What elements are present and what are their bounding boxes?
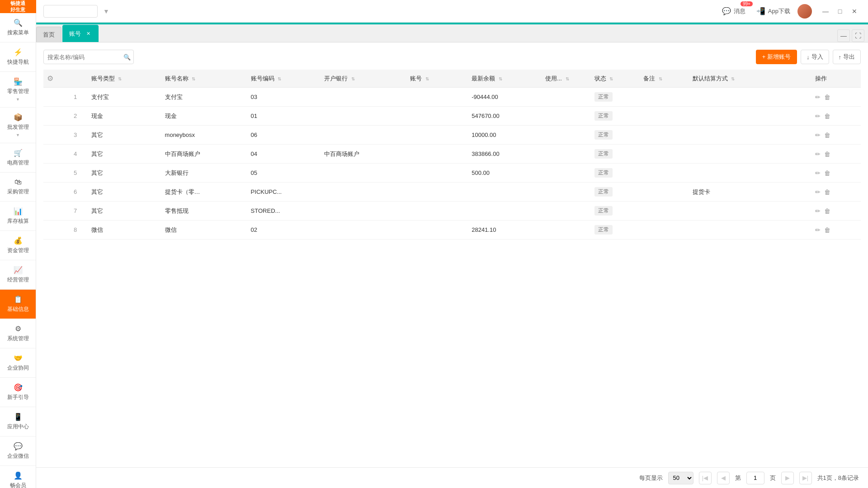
minimize-button[interactable]: — <box>819 5 832 18</box>
tab-account[interactable]: 账号 ✕ <box>62 25 99 42</box>
col-index <box>63 70 87 88</box>
delete-icon[interactable]: 🗑 <box>824 188 830 196</box>
delete-icon[interactable]: 🗑 <box>824 94 830 101</box>
cell-action: ✏ 🗑 <box>811 221 861 239</box>
sidebar-item-app-center[interactable]: 📱 应用中心 <box>0 407 36 436</box>
tab-close-icon[interactable]: ✕ <box>85 30 92 38</box>
col-balance[interactable]: 最新余额 ⇅ <box>468 70 542 88</box>
sidebar-item-system[interactable]: ⚙ 系统管理 <box>0 319 36 348</box>
col-bank[interactable]: 开户银行 ⇅ <box>321 70 406 88</box>
add-account-button[interactable]: + 新增账号 <box>756 50 797 64</box>
cell-status: 正常 <box>591 107 640 126</box>
sidebar-item-label: 经营管理 <box>7 276 29 284</box>
sidebar-item-member[interactable]: 👤 畅会员 <box>0 466 36 488</box>
sidebar-item-inventory[interactable]: 📊 库存核算 <box>0 202 36 231</box>
col-name[interactable]: 账号名称 ⇅ <box>161 70 247 88</box>
status-badge: 正常 <box>594 168 613 178</box>
sidebar-item-purchase[interactable]: 🛍 采购管理 <box>0 173 36 202</box>
sidebar-item-finance[interactable]: 💰 资金管理 <box>0 231 36 260</box>
cell-index: 2 <box>63 107 87 126</box>
tab-restore-button[interactable]: — <box>837 29 850 42</box>
delete-icon[interactable]: 🗑 <box>824 150 830 158</box>
delete-icon[interactable]: 🗑 <box>824 207 830 215</box>
next-page-button[interactable]: ▶ <box>781 472 794 484</box>
sidebar-item-ecommerce[interactable]: 🛒 电商管理 <box>0 143 36 173</box>
wholesale-icon: 📦 <box>14 113 23 122</box>
close-window-button[interactable]: ✕ <box>848 5 861 18</box>
sidebar-item-enterprise-agreement[interactable]: 🤝 企业协同 <box>0 348 36 378</box>
cell-name: 支付宝 <box>161 88 247 107</box>
delete-icon[interactable]: 🗑 <box>824 131 830 139</box>
export-button[interactable]: ↑ 导出 <box>833 50 861 64</box>
maximize-button[interactable]: □ <box>834 5 846 18</box>
cell-action: ✏ 🗑 <box>811 145 861 164</box>
col-status[interactable]: 状态 ⇅ <box>591 70 640 88</box>
sidebar-item-basic-info[interactable]: 📋 基础信息 <box>0 290 36 319</box>
table-row: 6 其它 提货卡（零… PICKUPC... 正常 提货卡 ✏ 🗑 <box>43 183 861 202</box>
tab-fullscreen-button[interactable]: ⛶ <box>852 29 864 42</box>
column-settings-icon[interactable]: ⚙ <box>47 75 53 82</box>
edit-icon[interactable]: ✏ <box>815 226 821 234</box>
page-number-input[interactable] <box>746 472 764 484</box>
delete-icon[interactable]: 🗑 <box>824 226 830 234</box>
cell-usage <box>542 202 591 221</box>
edit-icon[interactable]: ✏ <box>815 169 821 177</box>
import-button[interactable]: ↓ 导入 <box>801 50 829 64</box>
user-avatar[interactable] <box>797 4 812 19</box>
enterprise-agreement-icon: 🤝 <box>14 354 23 362</box>
top-search-input[interactable] <box>43 5 98 18</box>
col-account[interactable]: 账号 ⇅ <box>406 70 468 88</box>
retail-icon: 🏪 <box>14 77 23 86</box>
cell-name: 提货卡（零… <box>161 183 247 202</box>
sidebar-item-label: 新手引导 <box>7 394 29 401</box>
first-page-button[interactable]: |◀ <box>699 472 712 484</box>
col-usage[interactable]: 使用... ⇅ <box>542 70 591 88</box>
edit-icon[interactable]: ✏ <box>815 150 821 158</box>
tabbar: 首页 账号 ✕ — ⛶ <box>36 24 868 42</box>
cell-code: 03 <box>247 88 321 107</box>
tab-home[interactable]: 首页 <box>36 27 61 42</box>
sidebar-item-ops[interactable]: 📈 经营管理 <box>0 260 36 290</box>
cell-name: 微信 <box>161 221 247 239</box>
sidebar-item-enterprise-wechat[interactable]: 💬 企业微信 <box>0 436 36 466</box>
cell-default-settlement <box>689 202 811 221</box>
cell-usage <box>542 183 591 202</box>
ops-icon: 📈 <box>14 266 23 274</box>
cell-account <box>406 183 468 202</box>
edit-icon[interactable]: ✏ <box>815 207 821 215</box>
sidebar-item-retail[interactable]: 🏪 零售管理 ▼ <box>0 72 36 108</box>
edit-icon[interactable]: ✏ <box>815 131 821 139</box>
sort-type-icon: ⇅ <box>118 76 122 81</box>
sidebar-item-guide[interactable]: 🎯 新手引导 <box>0 378 36 407</box>
last-page-button[interactable]: ▶| <box>799 472 812 484</box>
page-size-select[interactable]: 20 50 100 <box>668 472 693 484</box>
sidebar-item-search-menu[interactable]: 🔍 搜索菜单 <box>0 13 36 42</box>
sidebar-item-label: 批发管理 <box>7 123 29 131</box>
content-toolbar: 🔍 + 新增账号 ↓ 导入 ↑ 导出 <box>43 50 861 64</box>
finance-icon: 💰 <box>14 236 23 245</box>
search-icon[interactable]: 🔍 <box>123 54 131 61</box>
account-search-input[interactable] <box>47 54 123 61</box>
tab-home-label: 首页 <box>43 31 55 39</box>
col-remark[interactable]: 备注 ⇅ <box>640 70 689 88</box>
cell-status: 正常 <box>591 221 640 239</box>
edit-icon[interactable]: ✏ <box>815 188 821 196</box>
col-code[interactable]: 账号编码 ⇅ <box>247 70 321 88</box>
delete-icon[interactable]: 🗑 <box>824 169 830 177</box>
col-type[interactable]: 账号类型 ⇅ <box>88 70 161 88</box>
sidebar-item-wholesale[interactable]: 📦 批发管理 ▼ <box>0 108 36 143</box>
app-download-button[interactable]: 📲 App下载 <box>756 7 790 15</box>
col-usage-label: 使用... <box>545 75 562 82</box>
edit-icon[interactable]: ✏ <box>815 113 821 120</box>
cell-code: PICKUPC... <box>247 183 321 202</box>
delete-icon[interactable]: 🗑 <box>824 113 830 120</box>
cell-action: ✏ 🗑 <box>811 183 861 202</box>
cell-usage <box>542 107 591 126</box>
cell-index: 4 <box>63 145 87 164</box>
messages-button[interactable]: 💬 消息 99+ <box>718 5 749 17</box>
prev-page-button[interactable]: ◀ <box>717 472 730 484</box>
edit-icon[interactable]: ✏ <box>815 94 821 101</box>
col-default-settlement[interactable]: 默认结算方式 ⇅ <box>689 70 811 88</box>
sidebar-item-quick-nav[interactable]: ⚡ 快捷导航 <box>0 42 36 72</box>
cell-balance: 383866.00 <box>468 145 542 164</box>
